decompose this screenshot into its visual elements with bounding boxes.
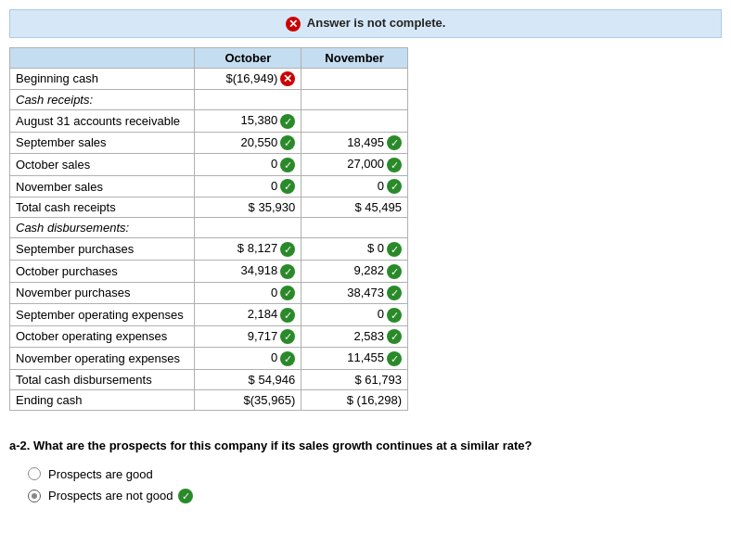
row-nov-3[interactable]: 18,495✓ bbox=[301, 132, 408, 154]
row-oct-3[interactable]: 20,550✓ bbox=[195, 132, 301, 154]
row-nov-1 bbox=[301, 90, 408, 110]
row-oct-13[interactable]: 0✓ bbox=[195, 348, 301, 370]
banner-text: Answer is not complete. bbox=[307, 16, 446, 30]
row-label-6: Total cash receipts bbox=[10, 197, 195, 218]
row-oct-4[interactable]: 0✓ bbox=[195, 154, 301, 176]
radio-item-1[interactable]: Prospects are not good✓ bbox=[28, 489, 722, 503]
row-oct-1 bbox=[195, 90, 301, 110]
row-nov-10[interactable]: 38,473✓ bbox=[301, 282, 408, 304]
row-label-14: Total cash disbursements bbox=[10, 369, 195, 389]
row-oct-8[interactable]: $ 8,127✓ bbox=[195, 238, 301, 261]
row-oct-14: $ 54,946 bbox=[195, 369, 301, 389]
check-icon-nov-4: ✓ bbox=[387, 158, 402, 172]
check-icon-oct-10: ✓ bbox=[280, 286, 295, 300]
check-icon-oct-2: ✓ bbox=[280, 114, 295, 129]
row-nov-4[interactable]: 27,000✓ bbox=[301, 154, 408, 176]
check-icon-oct-3: ✓ bbox=[280, 135, 295, 150]
row-nov-2 bbox=[301, 110, 408, 133]
row-label-0: Beginning cash bbox=[10, 68, 195, 90]
row-nov-13[interactable]: 11,455✓ bbox=[301, 348, 408, 370]
row-label-12: October operating expenses bbox=[10, 325, 195, 348]
row-label-13: November operating expenses bbox=[10, 348, 195, 370]
row-oct-12[interactable]: 9,717✓ bbox=[195, 325, 301, 348]
error-icon-oct-0: ✕ bbox=[280, 71, 295, 86]
row-label-10: November purchases bbox=[10, 282, 195, 304]
row-oct-5[interactable]: 0✓ bbox=[195, 175, 301, 197]
check-icon-nov-10: ✓ bbox=[387, 286, 402, 300]
row-nov-6: $ 45,495 bbox=[301, 197, 408, 218]
radio-label-1: Prospects are not good bbox=[48, 489, 173, 503]
row-oct-6: $ 35,930 bbox=[195, 197, 301, 218]
check-icon-oct-12: ✓ bbox=[280, 329, 295, 344]
question-label: a-2. What are the prospects for this com… bbox=[9, 439, 722, 452]
row-label-7: Cash disbursements: bbox=[10, 218, 195, 238]
row-oct-0[interactable]: $(16,949)✕ bbox=[195, 68, 301, 90]
row-label-11: September operating expenses bbox=[10, 304, 195, 326]
check-icon-nov-9: ✓ bbox=[387, 264, 402, 279]
row-oct-11[interactable]: 2,184✓ bbox=[195, 304, 301, 326]
col-header-october: October bbox=[195, 47, 301, 68]
row-oct-2[interactable]: 15,380✓ bbox=[195, 110, 301, 133]
row-oct-7 bbox=[195, 218, 301, 238]
row-label-9: October purchases bbox=[10, 260, 195, 282]
radio-item-0[interactable]: Prospects are good bbox=[28, 467, 722, 481]
radio-circle-0 bbox=[28, 467, 41, 480]
row-label-4: October sales bbox=[10, 154, 195, 176]
cash-budget-table: October November Beginning cash$(16,949)… bbox=[9, 47, 408, 411]
cash-budget-table-container: October November Beginning cash$(16,949)… bbox=[9, 47, 408, 411]
row-oct-15: $(35,965) bbox=[195, 389, 301, 410]
row-label-3: September sales bbox=[10, 132, 195, 154]
radio-group: Prospects are goodProspects are not good… bbox=[28, 467, 722, 503]
check-icon-nov-3: ✓ bbox=[387, 135, 402, 150]
check-icon-nov-8: ✓ bbox=[387, 242, 402, 257]
radio-label-0: Prospects are good bbox=[48, 467, 153, 481]
col-header-november: November bbox=[301, 47, 408, 68]
radio-circle-1 bbox=[28, 490, 41, 503]
row-label-5: November sales bbox=[10, 175, 195, 197]
row-nov-9[interactable]: 9,282✓ bbox=[301, 260, 408, 282]
row-nov-14: $ 61,793 bbox=[301, 369, 408, 389]
check-icon-nov-11: ✓ bbox=[387, 308, 402, 323]
row-nov-12[interactable]: 2,583✓ bbox=[301, 325, 408, 348]
check-icon-oct-5: ✓ bbox=[280, 179, 295, 194]
check-icon-nov-5: ✓ bbox=[387, 179, 402, 194]
check-icon-oct-4: ✓ bbox=[280, 158, 295, 172]
check-icon-oct-9: ✓ bbox=[280, 264, 295, 279]
answer-banner: ✕ Answer is not complete. bbox=[9, 9, 722, 38]
banner-error-icon: ✕ bbox=[286, 17, 301, 32]
radio-check-icon-1: ✓ bbox=[178, 489, 193, 503]
row-label-2: August 31 accounts receivable bbox=[10, 110, 195, 133]
question-section: a-2. What are the prospects for this com… bbox=[9, 439, 722, 503]
row-label-1: Cash receipts: bbox=[10, 90, 195, 110]
col-header-label bbox=[10, 47, 195, 68]
row-nov-5[interactable]: 0✓ bbox=[301, 175, 408, 197]
check-icon-oct-13: ✓ bbox=[280, 351, 295, 366]
row-nov-8[interactable]: $ 0✓ bbox=[301, 238, 408, 261]
row-label-15: Ending cash bbox=[10, 389, 195, 410]
row-nov-0 bbox=[301, 68, 408, 90]
row-oct-9[interactable]: 34,918✓ bbox=[195, 260, 301, 282]
row-nov-15: $ (16,298) bbox=[301, 389, 408, 410]
check-icon-oct-8: ✓ bbox=[280, 242, 295, 257]
row-nov-11[interactable]: 0✓ bbox=[301, 304, 408, 326]
row-nov-7 bbox=[301, 218, 408, 238]
check-icon-nov-12: ✓ bbox=[387, 329, 402, 344]
row-oct-10[interactable]: 0✓ bbox=[195, 282, 301, 304]
row-label-8: September purchases bbox=[10, 238, 195, 261]
check-icon-nov-13: ✓ bbox=[387, 351, 402, 366]
check-icon-oct-11: ✓ bbox=[280, 308, 295, 323]
